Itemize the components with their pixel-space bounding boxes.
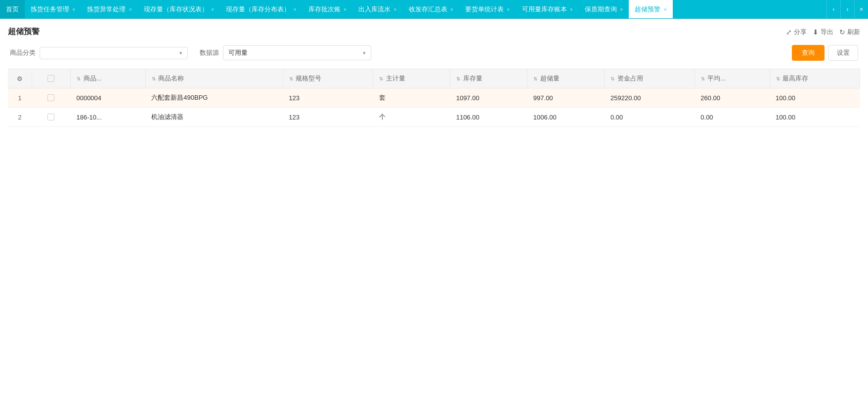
- column-max-stock-label: 最高库存: [782, 75, 808, 82]
- refresh-button[interactable]: ↻ 刷新: [839, 28, 860, 37]
- filter-row: 商品分类 ▾ 数据源 可用量 ▾ 查询 设置: [8, 45, 860, 61]
- nav-quality-check-close[interactable]: ×: [620, 6, 623, 12]
- nav-stock-batch[interactable]: 库存批次账 ×: [303, 0, 352, 19]
- nav-stock-status-close[interactable]: ×: [211, 6, 214, 12]
- sort-icon: ⇅: [701, 76, 705, 81]
- nav-arrows: ‹ › ×: [826, 0, 868, 19]
- table-row: 2 186-10... 机油滤清器 123 个 1106.00 1006.00 …: [8, 108, 860, 127]
- column-over-qty[interactable]: ⇅ 超储量: [527, 69, 605, 88]
- nav-overstock-warning-label: 超储预警: [635, 5, 660, 14]
- nav-home-label: 首页: [6, 5, 19, 14]
- column-avg-label: 平均...: [707, 75, 726, 82]
- row-num: 2: [18, 114, 21, 121]
- sort-icon: ⇅: [77, 76, 81, 81]
- sort-icon: ⇅: [289, 76, 293, 81]
- column-avg[interactable]: ⇅ 平均...: [694, 69, 770, 88]
- settings-button[interactable]: 设置: [828, 45, 858, 61]
- nav-available-stock-label: 可用量库存账本: [522, 5, 567, 14]
- page-title: 超储预警: [8, 27, 40, 37]
- sort-icon: ⇅: [379, 76, 383, 81]
- row-stock-qty: 1097.00: [450, 88, 527, 108]
- nav-stock-batch-label: 库存批次账: [308, 5, 341, 14]
- datasource-chevron-down-icon: ▾: [363, 50, 366, 56]
- row-num-cell: 2: [8, 108, 32, 127]
- column-product-name[interactable]: ⇅ 商品名称: [145, 69, 283, 88]
- category-select[interactable]: ▾: [40, 47, 188, 59]
- category-label: 商品分类: [10, 48, 36, 57]
- nav-stock-dist-label: 现存量（库存分布表）: [226, 5, 290, 14]
- nav-task-mgmt[interactable]: 拣货任务管理 ×: [25, 0, 81, 19]
- row-max-stock: 100.00: [770, 108, 860, 127]
- select-all-checkbox[interactable]: [47, 75, 54, 82]
- page-content: 超储预警 ⤢ 分享 ⬇ 导出 ↻ 刷新 商品分类 ▾: [0, 19, 868, 395]
- column-capital-occ[interactable]: ⇅ 资金占用: [605, 69, 694, 88]
- nav-abnormal-close[interactable]: ×: [129, 6, 131, 12]
- nav-overstock-warning-close[interactable]: ×: [663, 6, 666, 12]
- column-unit[interactable]: ⇅ 主计量: [373, 69, 450, 88]
- share-label: 分享: [794, 28, 807, 37]
- nav-arrow-right[interactable]: ›: [840, 0, 854, 19]
- nav-recv-send[interactable]: 收发存汇总表 ×: [403, 0, 459, 19]
- nav-home[interactable]: 首页: [0, 0, 25, 19]
- refresh-label: 刷新: [847, 28, 860, 37]
- column-spec[interactable]: ⇅ 规格型号: [283, 69, 373, 88]
- column-over-qty-label: 超储量: [540, 75, 560, 82]
- nav-stock-status[interactable]: 现存量（库存状况表） ×: [138, 0, 220, 19]
- row-checkbox[interactable]: [47, 114, 54, 120]
- data-table: ⚙ ⇅ 商品... ⇅ 商品名称 ⇅ 规格型号: [8, 69, 860, 127]
- share-button[interactable]: ⤢ 分享: [786, 28, 807, 37]
- row-product-name: 六配套新昌490BPG: [145, 88, 283, 108]
- datasource-label: 数据源: [200, 48, 219, 57]
- sort-icon: ⇅: [533, 76, 537, 81]
- datasource-select[interactable]: 可用量 ▾: [223, 45, 371, 60]
- top-navigation: 首页 拣货任务管理 × 拣货异常处理 × 现存量（库存状况表） × 现存量（库存…: [0, 0, 868, 19]
- nav-available-stock[interactable]: 可用量库存账本 ×: [516, 0, 579, 19]
- row-product-name: 机油滤清器: [145, 108, 283, 127]
- row-capital-occ: 259220.00: [605, 88, 694, 108]
- column-select: [32, 69, 70, 88]
- datasource-filter: 数据源 可用量 ▾: [200, 45, 371, 60]
- column-max-stock[interactable]: ⇅ 最高库存: [770, 69, 860, 88]
- nav-recv-send-close[interactable]: ×: [450, 6, 453, 12]
- nav-arrow-left[interactable]: ‹: [826, 0, 840, 19]
- filter-actions: 查询 设置: [792, 45, 858, 61]
- sort-icon: ⇅: [610, 76, 614, 81]
- row-capital-occ: 0.00: [605, 108, 694, 127]
- row-unit: 个: [373, 108, 450, 127]
- nav-order-stat-close[interactable]: ×: [507, 6, 510, 12]
- column-product-code-label: 商品...: [84, 75, 102, 82]
- export-label: 导出: [821, 28, 833, 37]
- column-unit-label: 主计量: [386, 75, 405, 82]
- row-max-stock: 100.00: [770, 88, 860, 108]
- nav-order-stat[interactable]: 要货单统计表 ×: [459, 0, 516, 19]
- nav-abnormal[interactable]: 拣货异常处理 ×: [81, 0, 137, 19]
- column-stock-qty[interactable]: ⇅ 库存量: [450, 69, 527, 88]
- row-checkbox[interactable]: [47, 94, 54, 101]
- nav-in-out-flow[interactable]: 出入库流水 ×: [352, 0, 402, 19]
- column-product-code[interactable]: ⇅ 商品...: [70, 69, 145, 88]
- export-button[interactable]: ⬇ 导出: [813, 28, 833, 37]
- nav-in-out-flow-label: 出入库流水: [358, 5, 391, 14]
- nav-stock-batch-close[interactable]: ×: [344, 6, 347, 12]
- column-settings[interactable]: ⚙: [8, 69, 32, 88]
- nav-available-stock-close[interactable]: ×: [570, 6, 573, 12]
- row-over-qty: 1006.00: [527, 108, 605, 127]
- row-stock-qty: 1106.00: [450, 108, 527, 127]
- query-button[interactable]: 查询: [792, 45, 825, 61]
- row-avg: 0.00: [694, 108, 770, 127]
- nav-quality-check-label: 保质期查询: [585, 5, 617, 14]
- nav-arrow-close[interactable]: ×: [854, 0, 868, 19]
- page-header: 超储预警 ⤢ 分享 ⬇ 导出 ↻ 刷新: [8, 27, 860, 37]
- row-spec: 123: [283, 88, 373, 108]
- sort-icon: ⇅: [456, 76, 460, 81]
- export-icon: ⬇: [813, 28, 819, 36]
- nav-stock-dist-close[interactable]: ×: [293, 6, 296, 12]
- nav-stock-dist[interactable]: 现存量（库存分布表） ×: [220, 0, 302, 19]
- row-select-cell: [32, 108, 70, 127]
- nav-in-out-flow-close[interactable]: ×: [393, 6, 396, 12]
- sort-icon: ⇅: [776, 76, 780, 81]
- nav-task-mgmt-close[interactable]: ×: [72, 6, 75, 12]
- nav-quality-check[interactable]: 保质期查询 ×: [579, 0, 629, 19]
- nav-overstock-warning[interactable]: 超储预警 ×: [629, 0, 672, 19]
- table-header-row: ⚙ ⇅ 商品... ⇅ 商品名称 ⇅ 规格型号: [8, 69, 860, 88]
